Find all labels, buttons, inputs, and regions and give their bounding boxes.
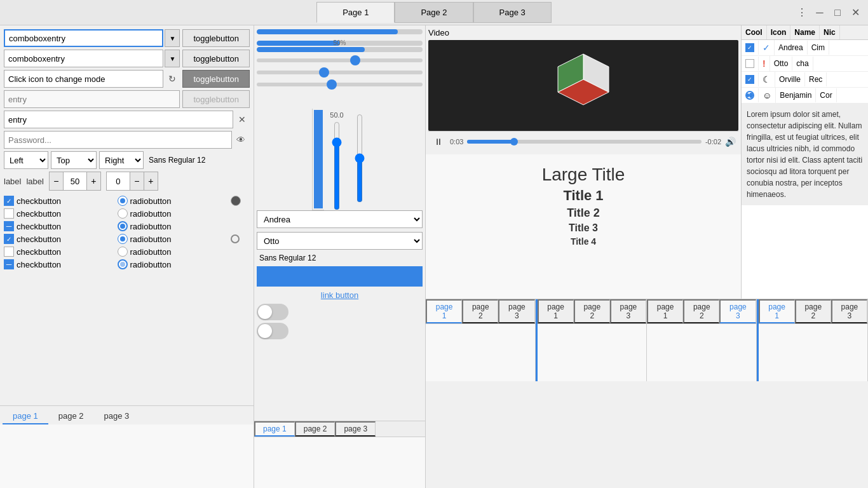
combo-arrow-2[interactable]: ▼ (165, 50, 180, 67)
align-left-select[interactable]: LeftCenterRight (4, 151, 48, 169)
video-progress-bar[interactable] (467, 140, 702, 144)
radio-6[interactable] (118, 259, 128, 269)
combo-input-1[interactable] (4, 29, 163, 47)
vslider-1[interactable] (329, 121, 344, 210)
spinner-1-plus[interactable]: + (86, 172, 100, 190)
link-button[interactable]: link button (321, 290, 358, 300)
left-tab-page2[interactable]: page 2 (48, 409, 94, 424)
entry-filled[interactable] (4, 111, 233, 128)
btp2-tab3[interactable]: page 3 (610, 299, 646, 323)
btp4-tab1[interactable]: page 1 (759, 299, 795, 323)
tab-page1[interactable]: Page 1 (316, 2, 395, 23)
mid-tab-page2[interactable]: page 2 (295, 421, 336, 437)
radio-item-1[interactable]: radiobutton (118, 196, 226, 206)
btp4-tab3[interactable]: page 3 (831, 299, 867, 323)
checkbox-1[interactable]: ✓ (4, 196, 14, 206)
check-item-6[interactable]: ─ checkbutton (4, 259, 112, 269)
refresh-icon[interactable]: ↻ (165, 70, 180, 88)
password-field[interactable] (4, 131, 232, 149)
entry-empty[interactable] (4, 90, 180, 108)
combo-input-2[interactable] (4, 50, 163, 67)
check-item-1[interactable]: ✓ checkbutton (4, 196, 112, 206)
btp3-tab3[interactable]: page 3 (719, 299, 756, 323)
row1-name: Andrea (775, 41, 808, 55)
current-time: 0:03 (450, 138, 463, 146)
bottom-panel-4: page 1 page 2 page 3 (757, 299, 869, 381)
checkbox-4[interactable]: ✓ (4, 234, 14, 244)
btp4-tab2[interactable]: page 2 (795, 299, 831, 323)
row2-cool[interactable] (742, 57, 759, 71)
checkbox-5[interactable] (4, 247, 14, 257)
clear-icon[interactable]: ✕ (234, 111, 250, 128)
tab-page2[interactable]: Page 2 (395, 2, 473, 23)
row4-cool[interactable] (742, 88, 759, 102)
menu-icon[interactable]: ⋮ (796, 6, 808, 19)
spinner-1-minus[interactable]: − (50, 172, 64, 190)
radio-2[interactable] (118, 208, 128, 219)
radio-item-5[interactable]: radiobutton (118, 247, 226, 257)
slider-h-3[interactable] (257, 83, 423, 86)
btp2-tab1[interactable]: page 1 (538, 299, 574, 323)
label-spinner-row: label label − + − + (4, 172, 250, 191)
dropdown-1[interactable]: AndreaOttoOrvilleBenjamin (257, 210, 423, 228)
entry-filled-row: ✕ (4, 111, 250, 128)
btp2-tab2[interactable]: page 2 (574, 299, 610, 323)
align-right-select[interactable]: LeftCenterRight (99, 151, 144, 169)
mid-tab-page1[interactable]: page 1 (254, 421, 295, 437)
mid-tab-page3[interactable]: page 3 (335, 421, 376, 437)
spinner-2-plus[interactable]: + (144, 172, 158, 190)
check-item-5[interactable]: checkbutton (4, 247, 112, 257)
radio-item-6[interactable]: radiobutton (118, 259, 226, 269)
mode-entry[interactable] (4, 70, 163, 88)
btp1-tab2[interactable]: page 2 (462, 299, 498, 323)
row1-cool[interactable]: ✓ (742, 41, 759, 55)
btp3-tab1[interactable]: page 1 (647, 299, 683, 323)
toggle-btn-4[interactable]: togglebutton (182, 90, 250, 108)
spinner-2-value[interactable] (107, 172, 130, 190)
pause-button[interactable]: ⏸ (431, 134, 446, 149)
radio-1[interactable] (118, 196, 128, 206)
toggle-btn-3[interactable]: togglebutton (182, 70, 250, 88)
check-item-3[interactable]: ─ checkbutton (4, 221, 112, 231)
color-button[interactable] (257, 266, 423, 287)
btp1-tab3[interactable]: page 3 (498, 299, 534, 323)
radio-item-3[interactable]: radiobutton (118, 221, 226, 231)
spinner-1-value[interactable] (64, 172, 86, 190)
dropdown-2[interactable]: AndreaOttoOrvilleBenjamin (257, 232, 423, 250)
checkbox-2[interactable] (4, 208, 14, 219)
radio-item-2[interactable]: radiobutton (118, 208, 226, 219)
btp1-tab1[interactable]: page 1 (426, 299, 462, 323)
combo-arrow-1[interactable]: ▼ (165, 29, 180, 47)
radio-3[interactable] (118, 221, 128, 231)
password-row: 👁 (4, 131, 250, 149)
minimize-button[interactable]: ─ (813, 6, 826, 19)
checkbox-3[interactable]: ─ (4, 221, 14, 231)
toggle-btn-2[interactable]: togglebutton (182, 50, 250, 67)
check-item-2[interactable]: checkbutton (4, 208, 112, 219)
btp3-tab2[interactable]: page 2 (683, 299, 719, 323)
spinner-2-minus[interactable]: − (130, 172, 144, 190)
list-row-2: ! Otto cha (742, 56, 868, 72)
switch-2[interactable] (257, 323, 288, 339)
left-tab-page1[interactable]: page 1 (3, 409, 48, 424)
radio-label-6: radiobutton (130, 260, 172, 269)
volume-icon[interactable]: 🔊 (725, 137, 736, 147)
radio-5[interactable] (118, 247, 128, 257)
radio-item-4[interactable]: radiobutton (118, 234, 226, 244)
eye-icon[interactable]: 👁 (232, 131, 250, 149)
slider-h-2[interactable] (257, 71, 423, 74)
checkbox-6[interactable]: ─ (4, 259, 14, 269)
left-tab-page3[interactable]: page 3 (94, 409, 140, 424)
switch-1[interactable] (257, 304, 288, 320)
row3-cool[interactable]: ✓ (742, 72, 759, 86)
align-middle-select[interactable]: TopMiddleBottom (51, 151, 97, 169)
close-button[interactable]: ✕ (849, 6, 862, 19)
slider-1 (257, 55, 423, 64)
toggle-btn-1[interactable]: togglebutton (182, 29, 250, 47)
slider-h-1[interactable] (257, 58, 423, 62)
tab-page3[interactable]: Page 3 (473, 2, 552, 23)
check-item-4[interactable]: ✓ checkbutton (4, 234, 112, 244)
radio-4[interactable] (118, 234, 128, 244)
vslider-2[interactable] (352, 114, 367, 203)
maximize-button[interactable]: □ (831, 6, 844, 19)
